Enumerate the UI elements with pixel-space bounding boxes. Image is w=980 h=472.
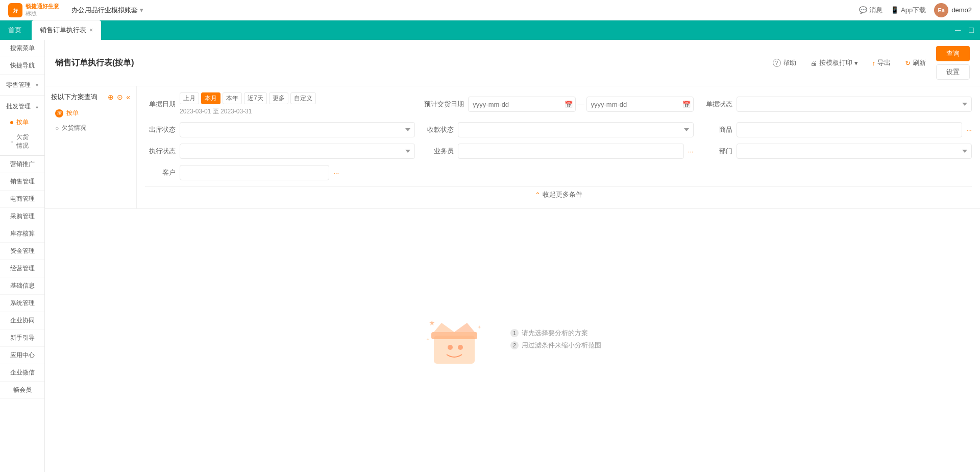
sidebar-item-retail[interactable]: 零售管理 ▾ <box>0 77 44 93</box>
filter-field-doc-status: 单据状态 <box>702 97 972 112</box>
delivery-date-start-input[interactable] <box>468 97 575 112</box>
date-btn-last-month[interactable]: 上月 <box>180 92 199 104</box>
sidebar-sub-item-order[interactable]: 按单 <box>0 115 44 130</box>
sidebar-item-wholesale-label: 批发管理 <box>6 102 31 111</box>
filter-row-2: 出库状态 收款状态 商品 <box>145 122 972 137</box>
sidebar-quick-nav[interactable]: 快捷导航 <box>0 57 44 75</box>
filter-field-warehouse-status: 出库状态 <box>145 122 415 137</box>
warehouse-status-select[interactable] <box>180 122 415 137</box>
product-more-icon[interactable]: ··· <box>966 126 972 134</box>
date-btn-custom[interactable]: 自定义 <box>290 92 316 104</box>
print-dropdown-icon[interactable]: ▾ <box>854 59 858 67</box>
scheme-item-order[interactable]: 按 按单 <box>51 106 130 121</box>
help-button[interactable]: ? 帮助 <box>769 56 800 69</box>
date-btn-current-year[interactable]: 本年 <box>223 92 242 104</box>
expected-date-label: 预计交货日期 <box>423 100 464 109</box>
tab-maximize-btn[interactable]: □ <box>967 23 976 37</box>
message-action[interactable]: 💬 消息 <box>859 6 883 15</box>
add-scheme-icon[interactable]: ⊕ <box>108 93 114 101</box>
empty-tip-2: 2 用过滤条件来缩小分析范围 <box>510 341 601 350</box>
sidebar-item-ecommerce[interactable]: 电商管理 <box>0 191 44 208</box>
scheme-item-shortage-label: 欠货情况 <box>62 124 86 132</box>
help-label: 帮助 <box>783 58 796 67</box>
shortage-bullet: ○ <box>10 139 13 145</box>
export-button[interactable]: ↑ 导出 <box>868 56 895 69</box>
department-select[interactable] <box>737 144 972 159</box>
doc-status-label: 单据状态 <box>702 100 732 109</box>
user-area[interactable]: Ea demo2 <box>934 3 972 17</box>
empty-state-content: ★ ✦ ✦ 1 请先选择要分析的方案 <box>424 313 601 369</box>
sidebar-item-finance[interactable]: 资金管理 <box>0 243 44 260</box>
filter-field-execution-status: 执行状态 <box>145 144 415 159</box>
collapse-icon: ⌃ <box>535 191 541 199</box>
delivery-date-range: 📅 — 📅 <box>468 97 693 112</box>
date-btn-7days[interactable]: 近7天 <box>244 92 267 104</box>
breadcrumb-text: 办公用品行业模拟账套 <box>71 6 138 15</box>
content-area: 销售订单执行表(按单) ? 帮助 🖨 按模板打印 ▾ ↑ 导出 <box>45 40 980 472</box>
sidebar-search[interactable]: 搜索菜单 <box>0 40 44 57</box>
date-btn-more[interactable]: 更多 <box>269 92 288 104</box>
settings-scheme-icon[interactable]: ⊙ <box>117 93 123 101</box>
calendar-start-icon[interactable]: 📅 <box>565 101 573 108</box>
tab-active[interactable]: 销售订单执行表 × <box>32 20 101 40</box>
collapse-scheme-icon[interactable]: « <box>126 93 130 101</box>
tab-home[interactable]: 首页 <box>0 20 30 40</box>
doc-status-select[interactable] <box>737 97 972 112</box>
delivery-date-start-wrapper: 📅 <box>468 97 575 112</box>
page-title: 销售订单执行表(按单) <box>55 58 134 68</box>
sidebar-item-inventory[interactable]: 库存核算 <box>0 225 44 243</box>
execution-status-select[interactable] <box>180 144 415 159</box>
payment-status-select[interactable] <box>458 122 693 137</box>
empty-state: ★ ✦ ✦ 1 请先选择要分析的方案 <box>45 209 980 472</box>
filter-scheme-header: 按以下方案查询 ⊕ ⊙ « <box>51 92 130 102</box>
salesperson-more-icon[interactable]: ··· <box>688 148 694 155</box>
empty-tip-1: 1 请先选择要分析的方案 <box>510 328 601 338</box>
sidebar-item-marketing[interactable]: 营销推广 <box>0 156 44 173</box>
delivery-date-end-wrapper: 📅 <box>586 97 694 112</box>
refresh-button[interactable]: ↻ 刷新 <box>901 56 930 69</box>
sidebar-item-enterprise[interactable]: 企业协同 <box>0 312 44 329</box>
calendar-end-icon[interactable]: 📅 <box>682 101 691 108</box>
sidebar-item-system[interactable]: 系统管理 <box>0 295 44 312</box>
print-button[interactable]: 🖨 按模板打印 ▾ <box>806 56 862 69</box>
page-header: 销售订单执行表(按单) ? 帮助 🖨 按模板打印 ▾ ↑ 导出 <box>45 40 980 86</box>
export-label: 导出 <box>877 58 891 67</box>
page-container: 销售订单执行表(按单) ? 帮助 🖨 按模板打印 ▾ ↑ 导出 <box>45 40 980 472</box>
query-button[interactable]: 查询 <box>936 46 970 61</box>
tab-bar: 首页 销售订单执行表 × ─ □ <box>0 20 980 40</box>
main-layout: 搜索菜单 快捷导航 零售管理 ▾ 批发管理 ▴ 按单 ○ 欠货情况 <box>0 40 980 472</box>
date-btn-current-month[interactable]: 本月 <box>201 92 220 104</box>
sidebar-sub-item-shortage[interactable]: ○ 欠货情况 <box>0 130 44 153</box>
salesperson-input[interactable] <box>458 144 683 159</box>
collapse-bar[interactable]: ⌃ 收起更多条件 <box>145 186 972 202</box>
sidebar-item-app-center[interactable]: 应用中心 <box>0 347 44 364</box>
customer-more-icon[interactable]: ··· <box>333 169 339 177</box>
delivery-date-end-input[interactable] <box>586 97 694 112</box>
sidebar-item-sales[interactable]: 销售管理 <box>0 173 44 191</box>
empty-illustration: ★ ✦ ✦ <box>424 313 490 369</box>
settings-button[interactable]: 设置 <box>936 64 970 80</box>
sidebar-item-purchase[interactable]: 采购管理 <box>0 208 44 225</box>
sidebar-item-wechat[interactable]: 企业微信 <box>0 364 44 382</box>
sidebar-item-member[interactable]: 畅会员 <box>0 382 44 399</box>
tab-minimize-btn[interactable]: ─ <box>953 23 963 37</box>
product-input[interactable] <box>737 122 962 137</box>
app-download-action[interactable]: 📱 App下载 <box>891 6 926 15</box>
scheme-item-icon: 按 <box>55 109 63 117</box>
payment-status-label: 收款状态 <box>423 125 454 134</box>
query-settings-group: 查询 设置 <box>936 46 970 80</box>
tab-close-icon[interactable]: × <box>89 27 93 34</box>
sidebar-item-beginner[interactable]: 新手引导 <box>0 329 44 347</box>
sidebar-item-retail-label: 零售管理 <box>6 81 31 89</box>
svg-point-7 <box>448 345 453 350</box>
quick-date-buttons: 上月 本月 本年 近7天 更多 自定义 <box>180 92 415 104</box>
scheme-item-shortage[interactable]: ○ 欠货情况 <box>51 121 130 135</box>
filter-row-4: 客户 ··· <box>145 165 972 180</box>
customer-input[interactable] <box>180 165 329 180</box>
print-icon: 🖨 <box>811 59 817 67</box>
breadcrumb-dropdown-icon[interactable]: ▾ <box>140 6 143 14</box>
sidebar-item-operations[interactable]: 经营管理 <box>0 260 44 277</box>
scheme-item-shortage-icon: ○ <box>55 125 59 132</box>
sidebar-item-wholesale[interactable]: 批发管理 ▴ <box>0 98 44 115</box>
sidebar-item-basic-info[interactable]: 基础信息 <box>0 277 44 295</box>
